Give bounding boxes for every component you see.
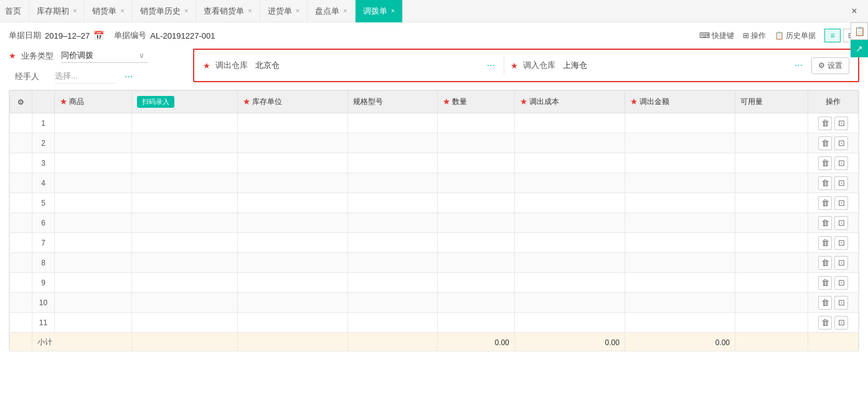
handler-more-icon[interactable]: ···	[125, 71, 133, 82]
row-spec-cell[interactable]	[348, 113, 437, 133]
delete-row-button[interactable]: 🗑	[818, 136, 832, 150]
operations-button[interactable]: ⊞ 操作	[743, 31, 766, 41]
row-cost-cell[interactable]	[514, 253, 625, 273]
row-spec-cell[interactable]	[348, 273, 437, 293]
row-spec-cell[interactable]	[348, 313, 437, 333]
row-spec-cell[interactable]	[348, 153, 437, 173]
row-cost-cell[interactable]	[514, 313, 625, 333]
copy-row-button[interactable]: ⊡	[834, 316, 848, 330]
row-cost-cell[interactable]	[514, 213, 625, 233]
row-qty-cell[interactable]	[437, 133, 514, 153]
row-amount-cell[interactable]	[625, 313, 735, 333]
row-available-cell[interactable]	[735, 153, 808, 173]
calendar-icon[interactable]: 📅	[93, 31, 104, 40]
row-product-cell[interactable]	[55, 293, 132, 313]
row-cost-cell[interactable]	[514, 153, 625, 173]
row-available-cell[interactable]	[735, 253, 808, 273]
tab-transfer-order-close[interactable]: ×	[391, 7, 395, 14]
row-amount-cell[interactable]	[625, 133, 735, 153]
tab-inventory-init[interactable]: 库存期初 ×	[29, 0, 85, 22]
row-product-cell[interactable]	[55, 193, 132, 213]
row-product-cell[interactable]	[55, 153, 132, 173]
copy-row-button[interactable]: ⊡	[834, 176, 848, 190]
tab-inventory-init-close[interactable]: ×	[73, 7, 77, 14]
row-amount-cell[interactable]	[625, 153, 735, 173]
tab-sales-history[interactable]: 销货单历史 ×	[133, 0, 196, 22]
business-type-select[interactable]: 同价调拨 ∨	[61, 49, 148, 63]
transfer-out-more-icon[interactable]: ···	[484, 60, 498, 71]
row-amount-cell[interactable]	[625, 173, 735, 193]
copy-row-button[interactable]: ⊡	[834, 256, 848, 270]
settings-button[interactable]: ⚙ 设置	[811, 57, 849, 74]
delete-row-button[interactable]: 🗑	[818, 117, 832, 130]
row-unit-cell[interactable]	[238, 233, 348, 253]
row-qty-cell[interactable]	[437, 213, 514, 233]
row-spec-cell[interactable]	[348, 173, 437, 193]
row-available-cell[interactable]	[735, 193, 808, 213]
delete-row-button[interactable]: 🗑	[818, 196, 832, 210]
row-product-cell[interactable]	[55, 253, 132, 273]
row-product-cell[interactable]	[55, 133, 132, 153]
row-unit-cell[interactable]	[238, 313, 348, 333]
row-unit-cell[interactable]	[238, 113, 348, 133]
row-product-cell[interactable]	[55, 313, 132, 333]
row-cost-cell[interactable]	[514, 193, 625, 213]
row-qty-cell[interactable]	[437, 113, 514, 133]
history-button[interactable]: 📋 历史单据	[775, 31, 816, 41]
row-cost-cell[interactable]	[514, 173, 625, 193]
row-available-cell[interactable]	[735, 213, 808, 233]
row-cost-cell[interactable]	[514, 133, 625, 153]
row-qty-cell[interactable]	[437, 233, 514, 253]
tab-view-sales[interactable]: 查看销货单 ×	[196, 0, 260, 22]
row-spec-cell[interactable]	[348, 133, 437, 153]
row-product-cell[interactable]	[55, 113, 132, 133]
tab-view-sales-close[interactable]: ×	[248, 7, 252, 14]
row-unit-cell[interactable]	[238, 293, 348, 313]
row-unit-cell[interactable]	[238, 213, 348, 233]
row-amount-cell[interactable]	[625, 253, 735, 273]
copy-row-button[interactable]: ⊡	[834, 216, 848, 230]
row-qty-cell[interactable]	[437, 253, 514, 273]
row-unit-cell[interactable]	[238, 193, 348, 213]
row-cost-cell[interactable]	[514, 113, 625, 133]
row-cost-cell[interactable]	[514, 233, 625, 253]
row-product-cell[interactable]	[55, 233, 132, 253]
row-spec-cell[interactable]	[348, 193, 437, 213]
row-qty-cell[interactable]	[437, 193, 514, 213]
copy-row-button[interactable]: ⊡	[834, 196, 848, 210]
tab-sales-order[interactable]: 销货单 ×	[85, 0, 132, 22]
delete-row-button[interactable]: 🗑	[818, 216, 832, 230]
row-unit-cell[interactable]	[238, 153, 348, 173]
tab-sales-history-close[interactable]: ×	[184, 7, 188, 14]
row-cost-cell[interactable]	[514, 293, 625, 313]
tab-sales-order-close[interactable]: ×	[120, 7, 124, 14]
delete-row-button[interactable]: 🗑	[818, 276, 832, 290]
row-available-cell[interactable]	[735, 233, 808, 253]
row-unit-cell[interactable]	[238, 133, 348, 153]
close-all-tabs-button[interactable]: ×	[846, 2, 863, 20]
row-available-cell[interactable]	[735, 133, 808, 153]
tab-purchase-order[interactable]: 进货单 ×	[260, 0, 308, 22]
shortcuts-button[interactable]: ⌨ 快捷键	[699, 31, 734, 41]
scan-entry-button[interactable]: 扫码录入	[137, 96, 174, 108]
sidebar-expand-button[interactable]: ↗	[851, 40, 868, 57]
row-available-cell[interactable]	[735, 113, 808, 133]
row-spec-cell[interactable]	[348, 233, 437, 253]
row-available-cell[interactable]	[735, 293, 808, 313]
row-spec-cell[interactable]	[348, 293, 437, 313]
delete-row-button[interactable]: 🗑	[818, 236, 832, 250]
row-qty-cell[interactable]	[437, 153, 514, 173]
row-amount-cell[interactable]	[625, 233, 735, 253]
row-qty-cell[interactable]	[437, 273, 514, 293]
row-qty-cell[interactable]	[437, 293, 514, 313]
delete-row-button[interactable]: 🗑	[818, 316, 832, 330]
delete-row-button[interactable]: 🗑	[818, 296, 832, 310]
list-view-button[interactable]: ≡	[824, 29, 841, 42]
tab-inventory-count-close[interactable]: ×	[343, 7, 347, 14]
row-cost-cell[interactable]	[514, 273, 625, 293]
row-qty-cell[interactable]	[437, 313, 514, 333]
copy-row-button[interactable]: ⊡	[834, 156, 848, 170]
delete-row-button[interactable]: 🗑	[818, 256, 832, 270]
row-amount-cell[interactable]	[625, 213, 735, 233]
copy-row-button[interactable]: ⊡	[834, 117, 848, 130]
